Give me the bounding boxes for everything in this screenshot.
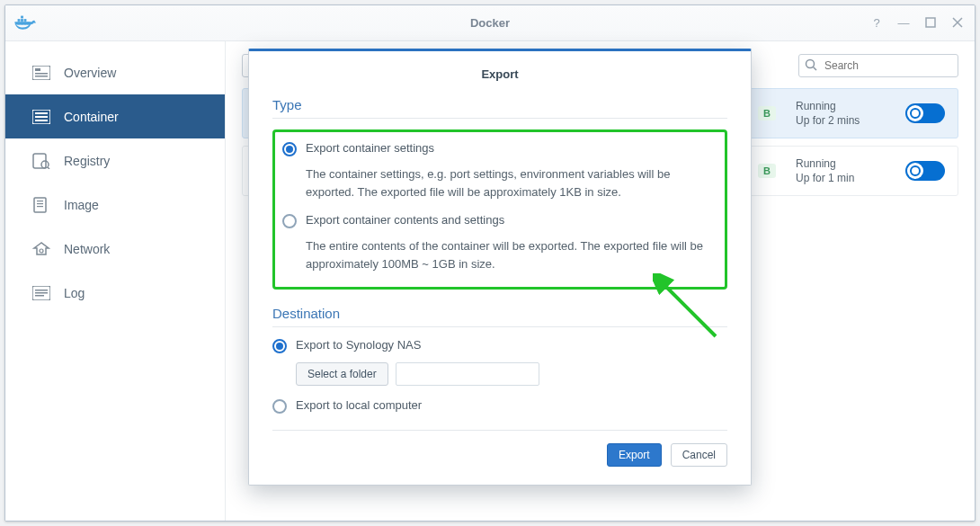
- sidebar-item-overview[interactable]: Overview: [5, 50, 225, 94]
- svg-line-30: [814, 67, 817, 71]
- log-icon: [32, 285, 50, 301]
- svg-rect-4: [18, 22, 21, 24]
- svg-rect-26: [35, 290, 48, 291]
- network-icon: [32, 241, 50, 257]
- svg-rect-2: [24, 19, 27, 22]
- whale-icon: [13, 13, 38, 33]
- minimize-icon[interactable]: —: [894, 13, 913, 32]
- radio-export-settings[interactable]: [282, 142, 297, 156]
- cancel-button[interactable]: Cancel: [671, 443, 727, 467]
- sidebar-item-label: Container: [64, 110, 119, 124]
- sidebar-item-image[interactable]: Image: [5, 183, 225, 227]
- window-title: Docker: [5, 16, 975, 30]
- svg-rect-10: [35, 68, 40, 71]
- svg-rect-22: [37, 203, 43, 204]
- option-label: Export to local computer: [296, 398, 727, 414]
- size-badge: B: [758, 106, 776, 120]
- radio-dest-local[interactable]: [272, 399, 287, 414]
- registry-icon: [32, 153, 50, 169]
- svg-point-29: [806, 60, 815, 68]
- type-heading: Type: [272, 97, 727, 119]
- uptime-text: Up for 2 mins: [796, 114, 886, 127]
- size-badge: B: [758, 164, 776, 178]
- export-modal: Export Type Export container settings Th…: [248, 49, 752, 486]
- destination-heading: Destination: [272, 306, 727, 327]
- svg-rect-12: [35, 76, 48, 77]
- running-toggle[interactable]: [905, 103, 945, 123]
- sidebar-item-label: Image: [64, 198, 99, 212]
- status-text: Running: [796, 157, 886, 170]
- svg-rect-0: [18, 19, 21, 22]
- help-icon[interactable]: ?: [867, 13, 886, 32]
- radio-export-contents[interactable]: [282, 214, 297, 228]
- sidebar-item-network[interactable]: Network: [5, 227, 225, 271]
- option-label: Export to Synology NAS: [296, 338, 727, 353]
- modal-title: Export: [272, 67, 727, 81]
- svg-rect-1: [21, 19, 23, 22]
- svg-rect-3: [21, 15, 23, 18]
- search-input[interactable]: [798, 54, 958, 77]
- highlight-box: Export container settings The container …: [272, 129, 727, 290]
- svg-rect-7: [27, 22, 30, 24]
- sidebar-item-label: Network: [64, 242, 110, 256]
- select-folder-button[interactable]: Select a folder: [296, 362, 388, 386]
- option-desc: The container settings, e.g. port settin…: [306, 165, 717, 201]
- svg-rect-15: [35, 116, 48, 118]
- sidebar-item-label: Log: [64, 286, 85, 300]
- svg-point-24: [40, 249, 43, 253]
- container-icon: [32, 109, 50, 125]
- sidebar-item-label: Registry: [64, 154, 110, 168]
- overview-icon: [32, 65, 50, 81]
- sidebar-item-registry[interactable]: Registry: [5, 138, 225, 183]
- image-icon: [32, 197, 50, 213]
- running-toggle[interactable]: [905, 161, 945, 181]
- svg-rect-21: [37, 201, 43, 201]
- svg-rect-8: [926, 18, 935, 27]
- svg-rect-11: [35, 73, 48, 75]
- docker-window: Docker ? — Overview Conta: [4, 4, 976, 522]
- option-label: Export container contents and settings: [306, 213, 717, 228]
- export-button[interactable]: Export: [607, 443, 662, 467]
- option-desc: The entire contents of the container wil…: [306, 237, 717, 272]
- search-icon: [805, 58, 817, 75]
- status-text: Running: [796, 100, 886, 112]
- svg-rect-23: [37, 206, 43, 207]
- sidebar-item-container[interactable]: Container: [5, 94, 225, 138]
- folder-path-input[interactable]: [396, 362, 539, 386]
- uptime-text: Up for 1 min: [796, 172, 886, 184]
- sidebar-item-label: Overview: [64, 66, 116, 80]
- app-icon: [5, 13, 38, 33]
- option-label: Export container settings: [306, 141, 717, 156]
- sidebar: Overview Container Registry Image: [5, 41, 226, 521]
- svg-rect-28: [35, 295, 44, 297]
- svg-rect-16: [35, 120, 48, 121]
- svg-rect-14: [35, 112, 48, 114]
- svg-line-19: [48, 167, 49, 169]
- svg-rect-27: [35, 292, 48, 294]
- close-icon[interactable]: [948, 13, 967, 32]
- svg-rect-5: [21, 22, 23, 24]
- sidebar-item-log[interactable]: Log: [5, 271, 225, 315]
- svg-rect-20: [34, 198, 46, 212]
- svg-point-18: [41, 161, 49, 168]
- maximize-icon[interactable]: [921, 13, 940, 32]
- titlebar: Docker ? —: [5, 5, 975, 41]
- radio-dest-nas[interactable]: [272, 339, 287, 353]
- svg-rect-6: [24, 22, 27, 24]
